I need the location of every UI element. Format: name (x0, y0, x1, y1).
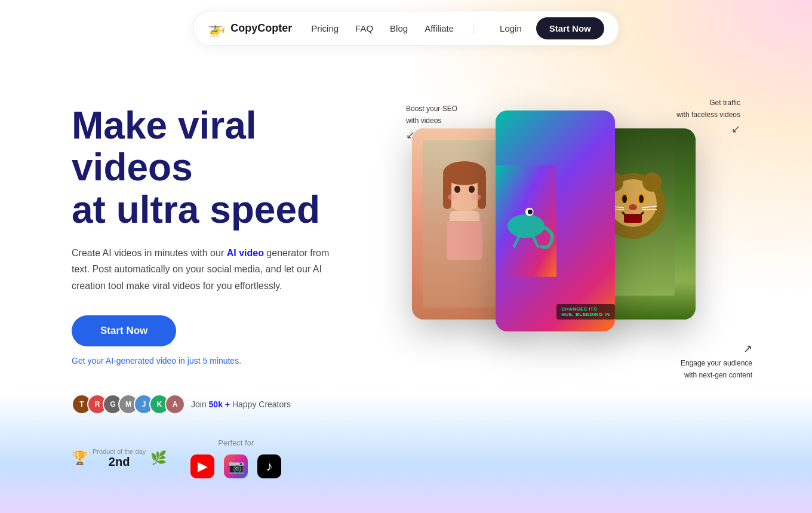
hero-title-line1: Make viral videos (72, 104, 257, 189)
svg-point-27 (629, 204, 637, 210)
svg-rect-3 (443, 173, 451, 209)
ann-engage-arrow: ↗ (743, 342, 752, 355)
person-illustration (423, 140, 506, 308)
ann-arrow-traffic: ↙ (731, 122, 740, 136)
perfect-label: Perfect for (218, 438, 254, 447)
logo-text: CopyCopter (230, 22, 292, 35)
svg-rect-6 (447, 221, 482, 260)
annotation-seo: Boost your SEO with videos ↙ (406, 105, 457, 142)
ann-engage-line2: with next-gen content (684, 371, 752, 379)
phone-caption: CHANGES ITS HUE, BLENDING IN (556, 304, 615, 320)
ann-arrow-seo: ↙ (406, 128, 415, 142)
avatars-section: T R G M J K A Join 50k + Happy Creators (72, 394, 291, 414)
nav-links: Pricing FAQ Blog Affiliate (311, 23, 454, 33)
ann-seo-line1: Boost your SEO (406, 105, 457, 113)
nav-affiliate[interactable]: Affiliate (425, 23, 454, 33)
hero-sub-link[interactable]: Get your AI-generated video in just 5 mi… (72, 356, 382, 365)
youtube-icon: ▶ (190, 454, 214, 478)
navbar-inner: 🚁 CopyCopter Pricing FAQ Blog Affiliate … (193, 11, 619, 46)
login-button[interactable]: Login (493, 20, 529, 37)
nav-actions: Login Start Now (493, 17, 604, 39)
laurel-right: 🌿 (150, 450, 167, 466)
join-text: Join 50k + Happy Creators (191, 400, 291, 409)
ann-traffic-line2: with faceless videos (676, 110, 740, 119)
hero-title: Make viral videos at ultra speed (72, 105, 382, 231)
logo-icon: 🚁 (208, 20, 226, 37)
svg-point-22 (642, 173, 662, 192)
svg-point-9 (448, 194, 457, 200)
svg-point-25 (622, 195, 627, 203)
hero-title-line2: at ultra speed (72, 188, 320, 231)
avatar: A (165, 394, 185, 414)
nav-divider (473, 23, 473, 35)
reviews-section: ★★☆☆☆ iversion tool I've used so far. Ha… (0, 502, 812, 513)
social-proof: T R G M J K A Join 50k + Happy Creators … (72, 394, 382, 478)
svg-point-7 (454, 186, 460, 193)
hero-description: Create AI videos in minutes with our AI … (72, 245, 346, 294)
platform-icons: ▶ 📷 ♪ (190, 454, 281, 478)
hero-left: Make viral videos at ultra speed Create … (72, 93, 382, 478)
start-now-button-nav[interactable]: Start Now (536, 17, 604, 39)
svg-point-12 (508, 214, 545, 238)
svg-point-26 (639, 195, 644, 203)
perfect-for: Perfect for ▶ 📷 ♪ (190, 438, 281, 478)
svg-point-8 (469, 186, 475, 193)
product-day-label: Product of the day (93, 448, 146, 455)
svg-rect-4 (478, 173, 486, 209)
laurel-left: 🏆 (72, 450, 88, 466)
join-label: Join (191, 400, 207, 409)
product-badge: 🏆 Product of the day 2nd 🌿 (72, 448, 167, 469)
start-now-button-hero[interactable]: Start Now (72, 315, 176, 346)
happy-creators: Happy Creators (232, 400, 291, 409)
logo[interactable]: 🚁 CopyCopter (208, 20, 292, 37)
svg-rect-28 (624, 214, 642, 223)
social-count: 50k + (209, 400, 230, 409)
nav-faq[interactable]: FAQ (355, 23, 373, 33)
hero-phones: Boost your SEO with videos ↙ Get traffic… (394, 93, 740, 427)
phone-center: CHANGES ITS HUE, BLENDING IN (496, 110, 615, 331)
instagram-icon: 📷 (224, 454, 248, 478)
badge-text: Product of the day 2nd (93, 448, 146, 469)
hero-section: Make viral videos at ultra speed Create … (0, 57, 812, 502)
ann-seo-line2: with videos (406, 116, 441, 125)
product-day-rank: 2nd (93, 455, 146, 469)
svg-point-10 (472, 194, 481, 200)
annotation-engage: ↗ Engage your audience with next-gen con… (681, 342, 752, 379)
ann-traffic-line1: Get traffic (709, 99, 740, 107)
nav-pricing[interactable]: Pricing (311, 23, 339, 33)
chameleon-illustration (496, 122, 556, 320)
avatars-group: T R G M J K A (72, 394, 185, 414)
ann-engage-line1: Engage your audience (681, 359, 752, 367)
nav-blog[interactable]: Blog (390, 23, 408, 33)
phone-center-inner: CHANGES ITS HUE, BLENDING IN (496, 110, 615, 331)
hero-desc-highlight: AI video (227, 248, 264, 258)
annotation-traffic: Get traffic with faceless videos ↙ (676, 99, 740, 136)
navbar: 🚁 CopyCopter Pricing FAQ Blog Affiliate … (0, 0, 812, 57)
tiktok-icon: ♪ (257, 454, 281, 478)
svg-point-15 (528, 210, 533, 214)
hero-desc-plain: Create AI videos in minutes with our (72, 248, 227, 258)
